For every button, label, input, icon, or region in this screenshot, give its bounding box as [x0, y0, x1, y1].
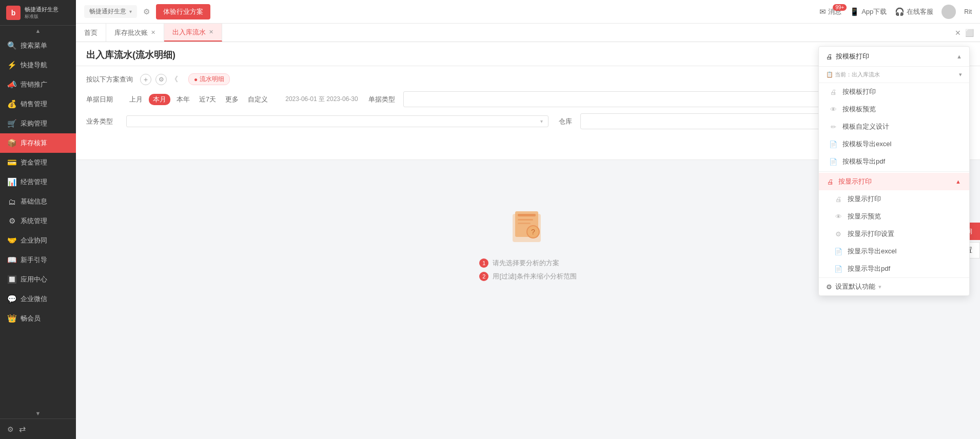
card-icon: 💳 — [7, 158, 16, 167]
sidebar-item-inventory[interactable]: 📦 库存核算 — [0, 133, 76, 153]
tab-batch[interactable]: 库存批次账 ✕ — [106, 24, 164, 42]
date-this-month[interactable]: 本月 — [149, 94, 170, 105]
dropdown-scroll: 📋 当前：出入库流水 ▾ 🖨 按模板打印 👁 按模板预览 — [819, 67, 969, 277]
sidebar-item-marketing[interactable]: 📣 营销推广 — [0, 75, 76, 94]
sidebar-item-quick-nav[interactable]: ⚡ 快捷导航 — [0, 55, 76, 75]
pdf-icon: 📄 — [829, 158, 837, 166]
sidebar-scroll-down[interactable]: ▼ — [0, 408, 76, 418]
biz-type-arrow: ▾ — [540, 118, 543, 124]
biz-type-select[interactable]: ▾ — [126, 115, 548, 127]
collapse-icon[interactable]: ⇄ — [19, 424, 26, 434]
date-7days[interactable]: 近7天 — [196, 94, 219, 105]
filter-collapse-btn[interactable]: 《 — [171, 75, 178, 84]
topbar-brand-text: 畅捷通好生意 — [89, 7, 126, 16]
dropdown-item-display-preview[interactable]: 👁 按显示预览 — [819, 208, 969, 225]
svg-rect-3 — [518, 219, 533, 221]
sidebar-item-guide[interactable]: 📖 新手引导 — [0, 250, 76, 270]
dropdown-current-arrow[interactable]: ▾ — [959, 71, 962, 78]
svg-rect-2 — [518, 214, 536, 216]
sidebar-scroll-up[interactable]: ▲ — [0, 26, 76, 36]
date-range: 2023-06-01 至 2023-06-30 — [285, 95, 358, 104]
chart-icon: 📊 — [7, 177, 16, 187]
logo-icon: b — [6, 6, 21, 20]
topbar: 畅捷通好生意 ▾ ⚙ 体验行业方案 ✉ 消息 99+ 📱 App下载 🎧 在线客… — [76, 0, 980, 24]
avatar[interactable] — [942, 5, 956, 19]
message-icon: ✉ — [819, 7, 826, 16]
sidebar-item-member[interactable]: 👑 畅会员 — [0, 309, 76, 328]
sidebar-item-system[interactable]: ⚙ 系统管理 — [0, 211, 76, 231]
empty-icon: ? — [505, 204, 551, 251]
dropdown-item-display-print[interactable]: 🖨 按显示打印 — [819, 190, 969, 208]
tabs-bar: 首页 库存批次账 ✕ 出入库流水 ✕ ✕ ⬜ — [76, 24, 980, 42]
sidebar-item-wechat[interactable]: 💬 企业微信 — [0, 289, 76, 309]
user-name: Rit — [964, 8, 972, 15]
filter-add-btn[interactable]: + — [140, 74, 151, 85]
sub-excel-icon: 📄 — [834, 248, 842, 255]
dropdown-collapse-btn[interactable]: ▲ — [956, 53, 962, 59]
section-collapse-icon[interactable]: ▲ — [955, 178, 961, 185]
dropdown-item-template-preview[interactable]: 👁 按模板预览 — [819, 101, 969, 118]
printer-header-icon: 🖨 — [826, 53, 833, 61]
filter-setting-btn[interactable]: ⚙ — [155, 74, 167, 85]
box-icon: 📦 — [7, 138, 16, 148]
sidebar-item-operations[interactable]: 📊 经营管理 — [0, 172, 76, 192]
sidebar-item-cooperation[interactable]: 🤝 企业协同 — [0, 231, 76, 250]
dropdown-item-display-export-excel[interactable]: 📄 按显示导出excel — [819, 243, 969, 260]
sidebar-nav: 🔍 搜索菜单 ⚡ 快捷导航 📣 营销推广 💰 销售管理 🛒 采购管理 📦 — [0, 36, 76, 408]
tab-close-all-icon[interactable]: ✕ — [955, 29, 961, 37]
excel-icon: 📄 — [829, 141, 837, 148]
settings-icon[interactable]: ⚙ — [7, 425, 14, 433]
sidebar-item-purchase[interactable]: 🛒 采购管理 — [0, 114, 76, 133]
tab-home[interactable]: 首页 — [76, 24, 106, 42]
mobile-icon: 📱 — [850, 7, 859, 16]
print-dropdown-panel: 🖨 按模板打印 ▲ 📋 当前：出入库流水 ▾ — [818, 46, 970, 296]
date-more[interactable]: 更多 — [222, 94, 242, 105]
message-btn[interactable]: ✉ 消息 99+ — [819, 7, 841, 16]
dropdown-item-template-export-excel[interactable]: 📄 按模板导出excel — [819, 135, 969, 153]
svg-text:?: ? — [531, 228, 535, 236]
trial-btn[interactable]: 体验行业方案 — [156, 4, 210, 19]
sidebar-item-finance[interactable]: 💳 资金管理 — [0, 153, 76, 172]
sidebar-item-search[interactable]: 🔍 搜索菜单 — [0, 36, 76, 55]
date-last-month[interactable]: 上月 — [126, 94, 146, 105]
dropdown-title: 🖨 按模板打印 — [826, 52, 869, 61]
template-icon: 📋 — [826, 71, 833, 78]
main-content: 畅捷通好生意 ▾ ⚙ 体验行业方案 ✉ 消息 99+ 📱 App下载 🎧 在线客… — [76, 0, 980, 439]
cart-icon: 🛒 — [7, 119, 16, 128]
dropdown-divider — [819, 171, 969, 172]
tab-flow-close[interactable]: ✕ — [209, 29, 213, 35]
online-service-btn[interactable]: 🎧 在线客服 — [895, 7, 933, 16]
tabs-right-actions: ✕ ⬜ — [955, 29, 980, 37]
filter-scheme-label: 按以下方案查询 — [86, 75, 133, 84]
filter-tag-active[interactable]: ● 流水明细 — [188, 73, 230, 85]
page-content: 出入库流水(流水明细) 🖨 按模板打印 ▲ | ↗ 导出 | ↺ — [76, 42, 980, 439]
topbar-gear-icon[interactable]: ⚙ — [143, 7, 150, 16]
tab-flow[interactable]: 出入库流水 ✕ — [164, 24, 222, 42]
sub-pdf-icon: 📄 — [834, 265, 842, 273]
doc-type-label: 单据类型 — [368, 95, 395, 104]
date-custom[interactable]: 自定义 — [245, 94, 271, 105]
dropdown-item-template-custom[interactable]: ✏ 模板自定义设计 — [819, 118, 969, 135]
sidebar-item-base[interactable]: 🗂 基础信息 — [0, 192, 76, 211]
search-icon: 🔍 — [7, 41, 16, 50]
dropdown-item-display-settings[interactable]: ⚙ 按显示打印设置 — [819, 225, 969, 243]
tab-maximize-icon[interactable]: ⬜ — [965, 29, 974, 37]
gear-icon: ⚙ — [7, 216, 16, 226]
date-this-year[interactable]: 本年 — [173, 94, 193, 105]
app-download-btn[interactable]: 📱 App下载 — [850, 7, 887, 16]
footer-arrow-icon: ▾ — [878, 284, 881, 290]
tab-batch-close[interactable]: ✕ — [151, 29, 155, 36]
dropdown-footer: ⚙ 设置默认功能 ▾ — [819, 277, 969, 295]
display-print-icon: 🖨 — [826, 178, 834, 186]
topbar-right: ✉ 消息 99+ 📱 App下载 🎧 在线客服 Rit — [819, 5, 972, 19]
dropdown-current-label: 📋 当前：出入库流水 — [826, 71, 880, 78]
set-default-btn[interactable]: ⚙ 设置默认功能 ▾ — [826, 282, 881, 291]
lightning-icon: ⚡ — [7, 61, 16, 70]
biz-type-label: 业务类型 — [86, 117, 113, 126]
sidebar-item-sales[interactable]: 💰 销售管理 — [0, 94, 76, 114]
dropdown-item-display-export-pdf[interactable]: 📄 按显示导出pdf — [819, 260, 969, 277]
dropdown-item-template-print[interactable]: 🖨 按模板打印 — [819, 83, 969, 101]
dropdown-section-display-print[interactable]: 🖨 按显示打印 ▲ — [819, 173, 969, 190]
sidebar-item-app-center[interactable]: 🔲 应用中心 — [0, 270, 76, 289]
dropdown-item-template-export-pdf[interactable]: 📄 按模板导出pdf — [819, 153, 969, 170]
